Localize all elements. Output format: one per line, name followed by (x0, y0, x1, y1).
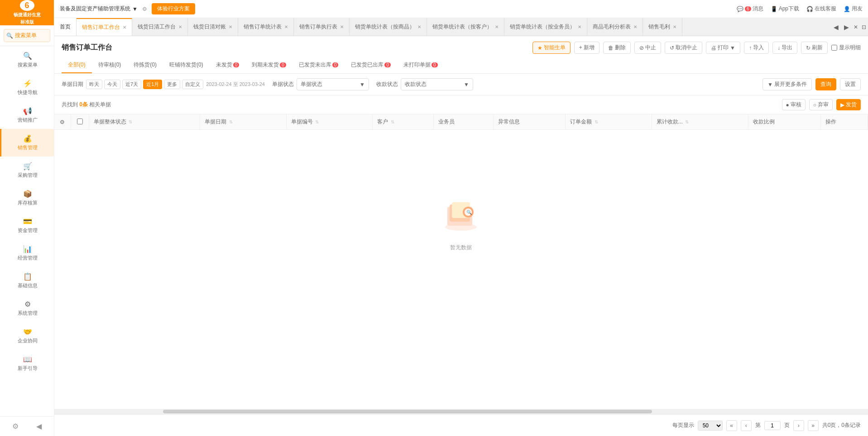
export-button[interactable]: ↓ 导出 (772, 42, 797, 54)
sidebar-item-sales[interactable]: 💰 销售管理 (0, 129, 54, 156)
tab-close-sales-margin[interactable]: ✕ (673, 24, 676, 29)
sidebar-item-search[interactable]: 🔍 搜索菜单 (0, 46, 54, 74)
date-more-button[interactable]: 更多 (164, 80, 180, 89)
date-yesterday-button[interactable]: 昨天 (86, 80, 102, 89)
tab-sales-by-staff[interactable]: 销货单统计表（按业务员） ✕ (504, 18, 587, 36)
receipt-select[interactable]: 收款状态 ▼ (401, 78, 473, 90)
tab-close-sales-exec[interactable]: ✕ (340, 24, 344, 29)
select-all-checkbox[interactable] (77, 118, 83, 124)
filter-tab-wangpu-ship[interactable]: 旺铺待发货(0) (163, 57, 210, 73)
last-page-button[interactable]: » (808, 420, 819, 431)
status-select[interactable]: 单据状态 ▼ (297, 78, 369, 90)
tab-close-all-button[interactable]: ✕ (852, 24, 860, 30)
industry-plan-button[interactable]: 体验行业方案 (152, 3, 195, 14)
smart-create-button[interactable]: ★ 智能生单 (532, 42, 571, 54)
sidebar-item-marketing[interactable]: 📢 营销推广 (0, 101, 54, 129)
search-menu-button[interactable]: 🔍 搜索菜单 (4, 29, 50, 42)
filter-tab-not-shipped[interactable]: 未发货0 (210, 57, 246, 73)
first-page-button[interactable]: « (726, 420, 737, 431)
cancel-stop-button[interactable]: ↺ 取消中止 (665, 42, 702, 54)
tab-close-sales-by-product[interactable]: ✕ (417, 24, 421, 29)
filter-tab-all[interactable]: 全部(0) (62, 57, 92, 73)
sidebar-item-basic[interactable]: 📋 基础信息 (0, 267, 54, 294)
next-page-button[interactable]: › (793, 420, 804, 431)
tab-sales-exec[interactable]: 销售订单执行表 ✕ (294, 18, 350, 36)
collapse-footer-button[interactable]: ◀ (36, 422, 42, 431)
tab-cash-daily[interactable]: 钱货日清工作台 ✕ (132, 18, 188, 36)
query-button[interactable]: 查询 (815, 78, 836, 90)
sort-status-icon[interactable]: ⇅ (129, 119, 132, 124)
sidebar-item-finance[interactable]: 💳 资金管理 (0, 212, 54, 239)
scrollbar-thumb[interactable] (163, 410, 652, 413)
horizontal-scrollbar[interactable] (54, 409, 868, 414)
tab-close-sales-by-staff[interactable]: ✕ (578, 24, 581, 29)
sort-date-icon[interactable]: ⇅ (229, 119, 233, 124)
tab-sales-by-customer[interactable]: 销货单统计表（按客户） ✕ (427, 18, 504, 36)
sort-customer-icon[interactable]: ⇅ (391, 119, 394, 124)
add-button[interactable]: + 新增 (574, 42, 599, 54)
filter-tab-pending-audit[interactable]: 待审核(0) (92, 57, 128, 73)
delete-button[interactable]: 🗑 删除 (603, 42, 631, 54)
tab-cash-reconcile[interactable]: 钱货日清对账 ✕ (188, 18, 238, 36)
date-today-button[interactable]: 今天 (104, 80, 120, 89)
audit-button[interactable]: ● 审核 (782, 99, 806, 110)
import-button[interactable]: ↑ 导入 (744, 42, 769, 54)
filter-area: 单据日期 昨天 今天 近7天 近1月 更多 自定义 2023-02-24 至 2… (54, 74, 868, 95)
print-button[interactable]: 🖨 打印 ▼ (706, 42, 740, 54)
filter-tab-shipped-not-out[interactable]: 已发货未出库0 (293, 57, 345, 73)
tab-scroll-right-button[interactable]: ▶ (841, 24, 852, 31)
col-settings[interactable]: ⚙ (54, 114, 71, 130)
tab-scroll-left-button[interactable]: ◀ (831, 24, 841, 31)
filter-tab-not-printed[interactable]: 未打印单据0 (397, 57, 444, 73)
date-7days-button[interactable]: 近7天 (122, 80, 141, 89)
prev-page-button[interactable]: ‹ (741, 420, 752, 431)
tab-sales-order-workbench[interactable]: 销售订单工作台 ✕ (77, 18, 132, 36)
cancel-audit-button[interactable]: ○ 弃审 (809, 99, 833, 110)
user-menu[interactable]: 👤 用友 (844, 5, 863, 13)
filter-tab-overdue-ship[interactable]: 到期未发货0 (245, 57, 293, 73)
sidebar-item-inventory[interactable]: 📦 库存核算 (0, 184, 54, 212)
online-service-button[interactable]: 🎧 在线客服 (806, 5, 836, 13)
tab-sales-margin[interactable]: 销售毛利 ✕ (643, 18, 682, 36)
refresh-button[interactable]: ↻ 刷新 (801, 42, 828, 54)
tab-expand-button[interactable]: ⊡ (860, 24, 868, 30)
tab-close-sales-by-customer[interactable]: ✕ (495, 24, 499, 29)
sidebar-item-system[interactable]: ⚙ 系统管理 (0, 294, 54, 322)
stop-icon: ⊘ (639, 45, 644, 51)
tab-sales-stats[interactable]: 销售订单统计表 ✕ (238, 18, 294, 36)
sidebar-item-guide[interactable]: 📖 新手引导 (0, 350, 54, 377)
tab-close-sales-order[interactable]: ✕ (123, 25, 126, 30)
empty-state-illustration: 🔍 (438, 193, 484, 238)
expand-filter-button[interactable]: ▼ 展开更多条件 (762, 78, 812, 90)
sidebar-item-quicknav[interactable]: ⚡ 快捷导航 (0, 74, 54, 101)
date-1month-button[interactable]: 近1月 (143, 80, 162, 89)
tab-close-margin-analysis[interactable]: ✕ (633, 24, 637, 29)
settings-footer-button[interactable]: ⚙ (12, 422, 19, 431)
tab-margin-analysis[interactable]: 商品毛利分析表 ✕ (587, 18, 643, 36)
sort-amount-icon[interactable]: ⇅ (595, 119, 598, 124)
ship-button[interactable]: ▶ 发货 (836, 99, 861, 110)
sidebar-item-purchase[interactable]: 🛒 采购管理 (0, 156, 54, 184)
col-checkbox[interactable] (71, 114, 89, 130)
settings-gear-icon[interactable]: ⚙ (142, 6, 147, 12)
sort-received-icon[interactable]: ⇅ (685, 119, 689, 124)
stop-button[interactable]: ⊘ 中止 (634, 42, 661, 54)
message-button[interactable]: 💬 6 消息 (737, 5, 763, 13)
settings-filter-button[interactable]: 设置 (840, 78, 861, 90)
sort-number-icon[interactable]: ⇅ (315, 119, 319, 124)
page-input[interactable] (764, 421, 781, 430)
per-page-select[interactable]: 10 20 50 100 (698, 421, 723, 431)
tab-close-cash-reconcile[interactable]: ✕ (229, 24, 232, 29)
show-detail-checkbox[interactable] (831, 45, 837, 51)
tab-close-cash-daily[interactable]: ✕ (178, 24, 182, 29)
date-custom-button[interactable]: 自定义 (182, 80, 203, 89)
tab-sales-by-product[interactable]: 销货单统计表（按商品） ✕ (350, 18, 427, 36)
tab-close-sales-stats[interactable]: ✕ (284, 24, 288, 29)
filter-tab-pending-pick[interactable]: 待拣货(0) (127, 57, 163, 73)
sidebar-item-cooperation[interactable]: 🤝 企业协同 (0, 322, 54, 350)
tab-home[interactable]: 首页 (54, 18, 77, 36)
sidebar-item-management[interactable]: 📊 经营管理 (0, 239, 54, 267)
app-download-button[interactable]: 📱 App下载 (771, 5, 799, 13)
show-detail-label[interactable]: 显示明细 (831, 44, 861, 52)
filter-tab-shipped-out[interactable]: 已发货已出库0 (345, 57, 397, 73)
